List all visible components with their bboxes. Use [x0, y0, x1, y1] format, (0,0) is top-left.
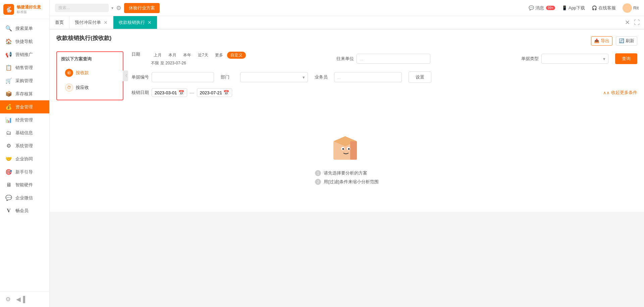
calendar-start-icon: 📅 [178, 90, 184, 95]
export-button[interactable]: 📤 导出 [591, 36, 612, 46]
app-logo-icon: 🐇 [3, 4, 14, 15]
sidebar-item-finance[interactable]: 💰 资金管理 [0, 100, 49, 113]
sidebar-item-basic-info[interactable]: 🗂 基础信息 [0, 126, 49, 139]
sidebar-item-sales[interactable]: 📋 销售管理 [0, 61, 49, 74]
sidebar-item-guide[interactable]: 🎯 新手引导 [0, 165, 49, 178]
filter-option-by-collection[interactable]: ¥ 按收款 [61, 66, 119, 80]
by-receivable-icon: ⏱ [65, 84, 73, 92]
date-opt-custom[interactable]: 自定义 [227, 52, 246, 59]
department-select[interactable]: ▾ [240, 72, 308, 82]
sidebar-item-operations[interactable]: 📊 经营管理 [0, 113, 49, 126]
filter-panel-title: 按以下方案查询 [61, 56, 119, 62]
date-opt-last-month[interactable]: 上月 [151, 51, 164, 59]
sidebar-item-purchase[interactable]: 🛒 采购管理 [0, 74, 49, 87]
by-collection-icon: ¥ [65, 69, 73, 77]
collapse-filter-panel-button[interactable]: 《 [123, 70, 128, 81]
sidebar-item-hardware[interactable]: 🖥 智能硬件 [0, 178, 49, 191]
bill-type-label: 单据类型 [521, 56, 539, 62]
sidebar-item-label: 基础信息 [15, 130, 33, 136]
collapse-more-icon: ∧∧ [603, 90, 610, 95]
online-service-item[interactable]: 🎧 在线客服 [592, 5, 616, 11]
sidebar-item-label: 经营管理 [15, 117, 33, 123]
settings-footer-icon[interactable]: ⚙ [5, 296, 11, 303]
filter-row-1: 日期 上月 本月 本年 近7天 更多 自定义 [131, 51, 637, 66]
purchase-icon: 🛒 [5, 78, 12, 84]
message-badge: 99+ [546, 6, 555, 10]
date-to-label: 至 2023-07-26 [160, 60, 186, 66]
bill-number-input[interactable] [152, 72, 214, 82]
date-opt-this-year[interactable]: 本年 [180, 51, 194, 59]
query-button[interactable]: 查询 [615, 53, 637, 64]
tab-home-label: 首页 [55, 19, 64, 25]
collapse-more-label: 收起更多条件 [611, 90, 637, 96]
industry-solution-button[interactable]: 休验行业方案 [124, 3, 160, 13]
sidebar-item-search-menu[interactable]: 🔍 搜索菜单 [0, 22, 49, 35]
sidebar-item-wechat[interactable]: 💬 企业微信 [0, 191, 49, 204]
date-options: 上月 本月 本年 近7天 更多 自定义 [151, 51, 246, 59]
sidebar-item-member[interactable]: V 畅会员 [0, 204, 49, 217]
user-name: Rit [633, 5, 639, 10]
dropdown-arrow-icon: ▾ [111, 6, 113, 10]
bill-type-select[interactable]: ▾ [541, 54, 608, 64]
verify-date-start[interactable]: 2023-03-01 📅 [152, 88, 187, 97]
date-label: 日期 [131, 51, 148, 57]
hint-1-text: 请先选择要分析的方案 [324, 170, 367, 176]
guide-icon: 🎯 [5, 169, 12, 175]
basic-info-icon: 🗂 [5, 130, 12, 136]
settings-button[interactable]: 设置 [409, 71, 431, 83]
topbar-settings-icon[interactable]: ⚙ [116, 4, 121, 12]
sidebar-item-inventory[interactable]: 📦 库存核算 [0, 87, 49, 100]
verify-date-group: 核销日期 2023-03-01 📅 — 2023-07-21 📅 [131, 88, 232, 97]
collapse-icon: 《 [124, 73, 127, 78]
app-download-item[interactable]: 📱 App下载 [562, 5, 585, 11]
refresh-button[interactable]: 🔄 刷新 [616, 36, 637, 46]
sidebar-footer: ⚙ ◀▐ [0, 291, 49, 307]
by-receivable-label: 按应收 [76, 85, 89, 91]
verify-date-end[interactable]: 2023-07-21 📅 [197, 88, 232, 97]
date-opt-this-month[interactable]: 本月 [166, 51, 179, 59]
member-icon: V [5, 208, 12, 214]
tab-expand-icon[interactable]: ⛶ [634, 19, 640, 26]
topbar-right: 💬 消息 99+ 📱 App下载 🎧 在线客服 Rit [529, 3, 639, 13]
sidebar-item-marketing[interactable]: 📢 营销推广 [0, 48, 49, 61]
quick-nav-icon: 🏠 [5, 38, 12, 45]
sidebar-item-label: 营销推广 [15, 52, 33, 58]
bill-number-label: 单据编号 [131, 74, 149, 80]
counterparty-label: 往来单位 [336, 56, 354, 62]
tab-prepay[interactable]: 预付冲应付单 ✕ [69, 16, 113, 29]
hint-2-text: 用[过滤]条件来缩小分析范围 [324, 179, 378, 185]
empty-text-container: 1 请先选择要分析的方案 2 用[过滤]条件来缩小分析范围 [315, 170, 378, 185]
svg-text:¥: ¥ [67, 71, 69, 74]
message-icon: 💬 [529, 5, 534, 10]
filter-option-by-receivable[interactable]: ⏱ 按应收 [61, 81, 119, 94]
tab-collection-close-icon[interactable]: ✕ [148, 20, 152, 25]
tab-prepay-close-icon[interactable]: ✕ [104, 20, 108, 25]
date-opt-more[interactable]: 更多 [212, 51, 226, 59]
bill-type-dropdown-icon: ▾ [603, 56, 605, 61]
tab-close-all-icon[interactable]: ✕ [625, 19, 630, 26]
sidebar-item-quick-nav[interactable]: 🏠 快捷导航 [0, 35, 49, 48]
sidebar-item-label: 资金管理 [15, 104, 33, 110]
app-name: 畅捷通好生意 标准版 [17, 4, 41, 15]
finance-icon: 💰 [5, 104, 12, 110]
message-icon-item[interactable]: 💬 消息 99+ [529, 5, 555, 11]
app-download-icon: 📱 [562, 5, 567, 10]
salesperson-label: 业务员 [315, 74, 331, 80]
collapse-sidebar-icon[interactable]: ◀▐ [16, 296, 25, 303]
hint-1-number: 1 [315, 170, 321, 176]
sidebar-item-system[interactable]: ⚙ 系统管理 [0, 139, 49, 152]
svg-rect-4 [350, 141, 357, 160]
collapse-more-button[interactable]: ∧∧ 收起更多条件 [603, 90, 637, 96]
tab-collection[interactable]: 收款核销执行 ✕ [113, 16, 157, 29]
date-opt-7days[interactable]: 近7天 [195, 51, 211, 59]
marketing-icon: 📢 [5, 51, 12, 58]
sidebar-item-label: 搜索菜单 [15, 25, 33, 32]
topbar-left: 搜索... ▾ ⚙ 休验行业方案 [55, 3, 523, 13]
hardware-icon: 🖥 [5, 182, 12, 188]
date-range-separator: — [190, 90, 194, 95]
sidebar-item-enterprise[interactable]: 🤝 企业协同 [0, 152, 49, 165]
sidebar-item-label: 采购管理 [15, 78, 33, 84]
svg-point-7 [342, 148, 344, 150]
tab-home[interactable]: 首页 [50, 16, 69, 29]
user-profile-item[interactable]: Rit [623, 3, 639, 13]
